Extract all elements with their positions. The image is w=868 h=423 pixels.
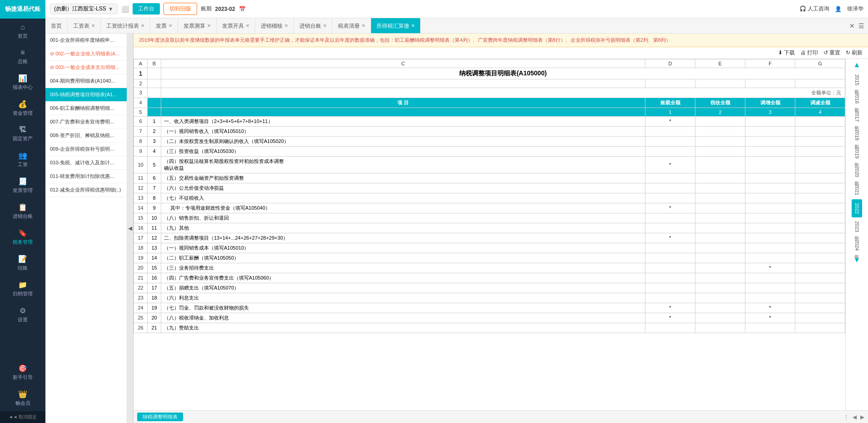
tab-close-invoice[interactable]: ✕ (169, 18, 172, 34)
tab-close-ledger[interactable]: ✕ (323, 18, 327, 34)
year-2020[interactable]: 2020年 (852, 162, 862, 181)
left-panel-item-005[interactable]: 005-纳税调整项目明细表(A1... (45, 88, 127, 102)
sidebar-item-invoice[interactable]: 🧾 发票管理 (0, 172, 45, 198)
sidebar-item-member[interactable]: 👑 畅会员 (0, 385, 45, 411)
sidebar-item-home[interactable]: ⌂ 首页 (0, 19, 45, 44)
sidebar-item-assets[interactable]: 🏗 固定资产 (0, 121, 45, 147)
human-service[interactable]: 🎧 人工咨询 (799, 5, 829, 13)
sidebar-item-settings[interactable]: ⚙ 设置 (0, 302, 45, 328)
scroll-right[interactable]: ▶ (860, 414, 864, 420)
tab-close-tax-schedule[interactable]: ✕ (362, 18, 365, 34)
table-container[interactable]: A B C D E F G 1 (134, 59, 845, 411)
member-icon: 👑 (18, 390, 27, 398)
tab-payroll[interactable]: 工资表 ✕ (68, 18, 101, 34)
sidebar-item-purchase-sales[interactable]: 📋 进销台账 (0, 198, 45, 224)
reset-button[interactable]: ↺ 重置 (823, 49, 840, 57)
print-button[interactable]: 🖨 打印 (800, 49, 818, 57)
year-2016[interactable]: 2016年 (852, 89, 862, 107)
refresh-icon: ↻ (846, 49, 850, 56)
left-panel-item-007[interactable]: 007-广告费和业务宣传费明... (45, 115, 127, 129)
left-panel-item-012[interactable]: 012-减免企业所得税优惠明细(..) (45, 183, 127, 197)
reset-icon: ↺ (823, 49, 828, 56)
tab-menu[interactable]: ☰ (858, 22, 864, 30)
tab-invoice[interactable]: 发票 ✕ (150, 18, 178, 34)
row-c4-5: 4 (795, 108, 845, 116)
sidebar-item-finance[interactable]: 💰 资金管理 (0, 95, 45, 121)
year-2019[interactable]: 2019年 (852, 144, 862, 162)
scroll-left[interactable]: ◀ (853, 414, 857, 420)
year-2015[interactable]: 2015年 (852, 71, 862, 89)
copy-icon[interactable]: ⬜ (121, 5, 129, 13)
left-panel-item-008[interactable]: 008-资产折旧、摊销及纳税... (45, 129, 127, 143)
table-row: 20 15 （三）业务招待费支出 * (134, 263, 845, 273)
left-panel-item-001[interactable]: 001-企业所得税年度纳税申... (45, 34, 127, 47)
year-nav-up[interactable]: ▲ (852, 59, 863, 71)
sidebar-item-archive[interactable]: 📁 归档管理 (0, 276, 45, 302)
left-panel-item-009[interactable]: 009-企业所得税弥补亏损明... (45, 143, 127, 156)
tab-close-all[interactable]: ✕ (849, 22, 855, 30)
sidebar-item-general-ledger[interactable]: ≡ 总账 (0, 44, 45, 69)
year-2022[interactable]: 2022年 (852, 199, 862, 217)
left-panel-item-002[interactable]: ⊘ 002-一般企业收入明细表(A1... (45, 47, 127, 61)
tab-close-income-tax[interactable]: ✕ (411, 18, 415, 34)
left-panel-item-003[interactable]: ⊘ 003-一般企业成本支出明细... (45, 61, 127, 74)
table-row: 15 10 （八）销售折扣、折让和退回 (134, 213, 845, 223)
row-c2-2[interactable] (695, 79, 745, 88)
tab-close-invoice-issue[interactable]: ✕ (246, 18, 249, 34)
tab-ledger[interactable]: 进销台账 ✕ (294, 18, 332, 34)
year-2017[interactable]: 2017年 (852, 107, 862, 125)
row-xm-2[interactable] (161, 79, 645, 88)
refresh-button[interactable]: ↻ 刷新 (846, 49, 863, 57)
col-b-num: B (148, 59, 161, 68)
sidebar-label-close: 结账 (18, 265, 28, 271)
tab-close-payroll[interactable]: ✕ (91, 18, 95, 34)
download-button[interactable]: ⬇ 下载 (778, 49, 795, 57)
sidebar-label-home: 首页 (18, 33, 28, 39)
old-version-button[interactable]: 切到旧版 (164, 3, 197, 15)
header-row: 4 项 目 账载全额 税收全额 调增全额 调减全额 (134, 98, 845, 108)
left-panel-toggle[interactable]: ◀ (127, 34, 134, 423)
tab-invoice-calc[interactable]: 发票测算 ✕ (178, 18, 217, 34)
username[interactable]: 徐泽华 (847, 5, 863, 13)
tab-audit[interactable]: 进销稽核 ✕ (255, 18, 294, 34)
year-nav-down[interactable]: ▼ (852, 254, 863, 266)
ledger-icon: ≡ (20, 49, 25, 57)
row-c4-2[interactable] (795, 79, 845, 88)
row-c1-2[interactable] (645, 79, 695, 88)
year-2021[interactable]: 2021年 (852, 181, 862, 199)
left-panel-item-006[interactable]: 006-职工薪酬纳税调整明细... (45, 102, 127, 115)
row-c3-2[interactable] (745, 79, 795, 88)
unit-label: 全额单位：元 (161, 88, 845, 98)
year-2024[interactable]: 2024年 (852, 236, 862, 254)
sidebar-item-report[interactable]: 📊 报表中心 (0, 69, 45, 95)
calendar-icon[interactable]: 📅 (239, 6, 246, 12)
left-panel-item-004[interactable]: 004-期间费用明细表(A1040... (45, 74, 127, 88)
unfix-sidebar-button[interactable]: ◄◄ 取消固定 (0, 411, 45, 423)
tax-icon: 🔖 (18, 229, 27, 237)
left-panel-item-011[interactable]: 011-研发费用加计扣除优惠... (45, 170, 127, 183)
tab-tax-schedule[interactable]: 税表清册 ✕ (332, 18, 371, 34)
row-num-4: 4 (134, 98, 148, 108)
year-2018[interactable]: 2018年 (852, 126, 862, 144)
table-row: 9 4 （三）投资收益（填写A105030） (134, 146, 845, 156)
company-selector[interactable]: (勿删）江西股宝-LSS ▼ (50, 4, 118, 14)
sidebar-item-tax[interactable]: 🔖 税务管理 (0, 224, 45, 250)
year-panel: ▲ 2015年 2016年 2017年 2018年 2019年 2020年 20… (845, 59, 868, 411)
sidebar-item-payroll[interactable]: 👥 工资 (0, 147, 45, 172)
table-row: 17 12 二、扣除类调整项目（13+14+...24+26+27+28+29+… (134, 233, 845, 243)
sidebar-item-guide[interactable]: 🎯 新手引导 (0, 359, 45, 385)
home-icon: ⌂ (20, 23, 25, 31)
sidebar-label-report: 报表中心 (13, 84, 33, 91)
tab-payroll-report[interactable]: 工资统计报表 ✕ (101, 18, 150, 34)
workbench-button[interactable]: 工作台 (133, 3, 160, 15)
year-2023[interactable]: 2023年 (852, 217, 862, 236)
tab-close-audit[interactable]: ✕ (284, 18, 288, 34)
tab-home[interactable]: 首页 (45, 18, 68, 34)
sidebar-item-close[interactable]: 📝 结账 (0, 250, 45, 276)
tab-invoice-issue[interactable]: 发票开具 ✕ (217, 18, 255, 34)
left-panel-item-010[interactable]: 010-免税、减计收入及加计... (45, 156, 127, 170)
tab-close-invoice-calc[interactable]: ✕ (207, 18, 211, 34)
sheet-tab[interactable]: 纳税调整明细表 (137, 413, 183, 421)
tab-close-payroll-report[interactable]: ✕ (141, 18, 144, 34)
tab-income-tax[interactable]: 所得税汇算缴 ✕ (371, 18, 421, 34)
